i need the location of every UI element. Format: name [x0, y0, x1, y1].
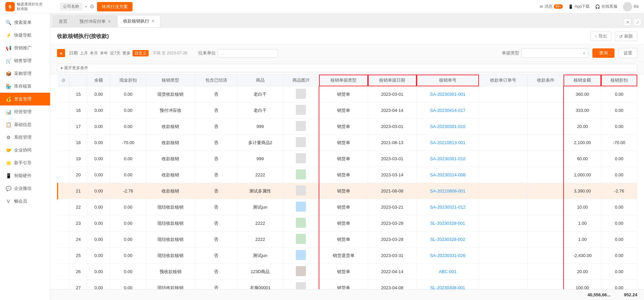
cell-verify-doc-no[interactable]: SA-20230301-001: [417, 86, 479, 102]
cell-verify-doc-no[interactable]: SL-20230328-002: [417, 231, 479, 248]
verify-doc-no-link[interactable]: SL-20230408-001: [430, 285, 465, 289]
sidebar-item-inventory[interactable]: 🏪 库存核算: [0, 80, 50, 93]
verify-doc-no-link[interactable]: SA-20230321-012: [430, 205, 466, 210]
table-row[interactable]: 27 0.00 0.00 现结收款核销 否 衣服00001 销货单 2023-0…: [58, 280, 637, 290]
filter-settings-button[interactable]: 设置: [619, 48, 637, 58]
cell-settings: [58, 199, 70, 215]
date-custom[interactable]: 自定义: [132, 50, 149, 56]
th-cash-discount: 现金折扣: [110, 75, 146, 86]
verify-doc-no-link[interactable]: SL-20230328-002: [430, 237, 465, 242]
cell-verify-doc-no[interactable]: SA-20230414-017: [417, 102, 479, 119]
cell-receipt-order-no: [479, 199, 528, 215]
table-row[interactable]: 25 0.00 0.00 现结收款核销 否 测试jun 销货退货单 2023-0…: [58, 248, 637, 264]
cell-verify-doc-no[interactable]: SA-20230301-010: [417, 119, 479, 135]
dropdown-icon[interactable]: ▾: [85, 5, 87, 8]
table-row[interactable]: 19 0.00 0.00 收款核销 否 999 销货单 2023-03-01 S…: [58, 151, 637, 167]
verify-doc-no-link[interactable]: SA-20210813-001: [430, 140, 466, 145]
sidebar-item-wechat[interactable]: 💬 企业微信: [0, 182, 50, 195]
sidebar-item-guide[interactable]: 🌟 新手引导: [0, 157, 50, 169]
sidebar-item-business[interactable]: 📊 经营管理: [0, 105, 50, 118]
close-tab-btn[interactable]: ✕: [624, 18, 631, 26]
verify-doc-no-link[interactable]: SA-20230414-017: [430, 108, 466, 113]
sidebar-item-smart-hardware[interactable]: 📱 智能硬件: [0, 169, 50, 182]
tab-home[interactable]: 首页: [53, 15, 73, 27]
verify-doc-no-link[interactable]: SA-20230331-026: [430, 253, 466, 258]
cell-settings: [58, 135, 70, 151]
query-button[interactable]: 查询: [592, 48, 614, 58]
sidebar-item-sales[interactable]: 🛒 销售管理: [0, 54, 50, 67]
wechat-icon: 💬: [5, 185, 11, 191]
sidebar-item-quick-nav[interactable]: ⚡ 快捷导航: [0, 29, 50, 42]
date-last-7days[interactable]: 近7天: [110, 50, 120, 56]
table-row[interactable]: 24 0.00 0.00 现结收款核销 否 2222 销货单 2023-03-2…: [58, 231, 637, 248]
sidebar-item-corp-collab[interactable]: 🤝 企业协同: [0, 144, 50, 157]
cell-product: 123D商品: [237, 264, 283, 280]
verify-doc-no-link[interactable]: SA-20230301-001: [430, 92, 466, 97]
table-row[interactable]: 26 0.00 0.00 预收款核销 否 123D商品 销货单 2022-04-…: [58, 264, 637, 280]
filter-expand-button[interactable]: »: [57, 49, 65, 57]
table-row[interactable]: 15 0.00 0.00 现货收款核销 否 老白干 销货单 2023-03-01…: [58, 86, 637, 102]
table-row[interactable]: 18 0.00 -70.00 收款核销 否 多计量商品2 销货单 2021-08…: [58, 135, 637, 151]
date-this-month[interactable]: 本月: [90, 50, 98, 56]
industry-button[interactable]: 休闲行业方案: [97, 2, 132, 11]
finance-icon: 💰: [5, 96, 11, 102]
expand-tab-btn[interactable]: ⤢: [634, 18, 641, 26]
table-row[interactable]: 16 0.00 0.00 预付冲应收 否 老白干 销货单 2023-04-14 …: [58, 102, 637, 119]
cell-verify-doc-no[interactable]: SA-20230301-010: [417, 151, 479, 167]
table-row[interactable]: 17 0.00 0.00 收款核销 否 999 销货单 2023-03-01 S…: [58, 119, 637, 135]
cell-verify-doc-no[interactable]: SA-20230314-008: [417, 167, 479, 183]
cell-verify-doc-no[interactable]: SA-20230321-012: [417, 199, 479, 215]
from-unit-input[interactable]: ...: [218, 49, 278, 57]
verify-doc-no-link[interactable]: SL-20230328-001: [430, 221, 465, 226]
date-last-month[interactable]: 上月: [80, 50, 88, 56]
sidebar-item-finance[interactable]: 💰 资金管理: [0, 93, 50, 105]
headset-icon: 🎧: [595, 4, 600, 9]
date-more[interactable]: 更多: [122, 50, 130, 56]
cell-verify-doc-no[interactable]: SL-20230328-001: [417, 215, 479, 231]
verify-doc-no-link[interactable]: SA-20230301-010: [430, 156, 466, 161]
tab-collect[interactable]: 收款核销执行 ✕: [117, 15, 160, 27]
verify-doc-no-link[interactable]: SA-20210808-001: [430, 188, 466, 194]
receipt-type-select[interactable]: ▾: [521, 48, 588, 58]
user-profile[interactable]: Rit: [623, 2, 639, 11]
table-row[interactable]: 23 0.00 0.00 现结收款核销 否 2222 销货单 2023-03-2…: [58, 215, 637, 231]
prepay-tab-close[interactable]: ✕: [108, 19, 111, 24]
corp-collab-icon: 🤝: [5, 147, 11, 153]
collect-tab-close[interactable]: ✕: [151, 19, 155, 24]
purchase-icon: 📦: [5, 71, 11, 77]
cell-verify-doc-no[interactable]: SA-20210813-001: [417, 135, 479, 151]
sidebar-item-purchase[interactable]: 📦 采购管理: [0, 67, 50, 80]
user-name: Rit: [634, 4, 639, 9]
online-service-link[interactable]: 🎧 在线客服: [595, 4, 618, 9]
sidebar-item-member[interactable]: V 畅会员: [0, 195, 50, 208]
cell-balance: 0.00: [87, 280, 110, 290]
settings-column-header[interactable]: ⚙: [58, 75, 70, 86]
table-row[interactable]: 20 0.00 0.00 收款核销 否 2222 销货单 2023-03-14 …: [58, 167, 637, 183]
sidebar-item-basic-info[interactable]: 📋 基础信息: [0, 118, 50, 131]
app-download-link[interactable]: 📱 App下载: [568, 4, 590, 9]
cell-product-image: [283, 151, 319, 167]
date-this-year[interactable]: 本年: [100, 50, 108, 56]
cell-verify-doc-no[interactable]: SA-20230331-026: [417, 248, 479, 264]
cell-included-settled: 否: [195, 248, 237, 264]
messages-link[interactable]: ✉ 消息 99+: [540, 4, 563, 9]
cell-verify-doc-no[interactable]: ABC-001: [417, 264, 479, 280]
verify-doc-no-link[interactable]: SA-20230314-008: [430, 172, 466, 177]
table-row[interactable]: 21 0.00 -2.76 收款核销 否 测试多属性 销货单 2021-08-0…: [58, 183, 637, 199]
refresh-button[interactable]: ↺ 刷新: [615, 32, 637, 41]
verify-doc-no-link[interactable]: ABC-001: [439, 269, 457, 274]
table-row[interactable]: 22 0.00 0.00 现结收款核销 否 测试jun 销货单 2023-03-…: [58, 199, 637, 215]
sidebar-item-search[interactable]: 🔍 搜索菜单: [0, 16, 50, 29]
column-settings-icon[interactable]: ⚙: [61, 78, 66, 83]
gear-icon[interactable]: ⚙: [90, 3, 94, 10]
export-button[interactable]: ↑ 导出: [591, 32, 612, 41]
cell-verify-doc-no[interactable]: SL-20230408-001: [417, 280, 479, 290]
cell-settings: [58, 102, 70, 119]
company-name[interactable]: 公司名称: [60, 3, 83, 10]
sidebar-item-system[interactable]: ⚙ 系统管理: [0, 131, 50, 144]
tab-prepay[interactable]: 预付冲应付单 ✕: [74, 15, 117, 27]
cell-verify-doc-no[interactable]: SA-20210808-001: [417, 183, 479, 199]
expand-conditions-button[interactable]: ▾ 展开更多条件: [57, 64, 637, 72]
verify-doc-no-link[interactable]: SA-20230301-010: [430, 124, 466, 129]
sidebar-item-marketing[interactable]: 📢 营销推广: [0, 42, 50, 54]
